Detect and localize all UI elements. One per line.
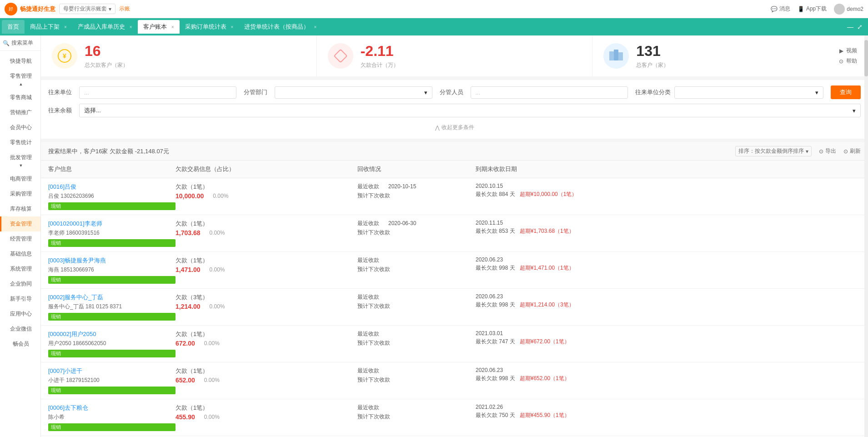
help-btn[interactable]: ⊙ 帮助: [839, 57, 857, 65]
table-container: 客户信息 欠款交易信息（占比） 回收情况 到期未收款日期 [0016]吕俊 吕俊…: [41, 161, 868, 437]
overdue-info-4: 2020.06.23 最长欠款 998 天 超期¥1,214.00（3笔）: [476, 293, 861, 309]
sidebar-item-retail-stats-label: 零售统计: [10, 139, 32, 146]
view-video-btn[interactable]: ▶ 视频: [839, 47, 857, 55]
customer-name-3[interactable]: [0003]畅捷服务尹海燕: [48, 256, 176, 265]
sidebar-item-enterprise-wx-label: 企业微信: [10, 325, 32, 333]
customer-name-7[interactable]: [0006]去下粮仓: [48, 404, 176, 412]
sidebar-item-basic[interactable]: 基础信息: [0, 246, 40, 261]
chevron-up-icon: ⋀: [435, 125, 440, 131]
overdue-link-1[interactable]: 超期¥10,000.00（1笔）: [520, 191, 577, 197]
message-icon: 💬: [771, 6, 778, 12]
debt-info-3: 欠款（1笔） 1,471.00 0.00%: [176, 256, 357, 273]
tab-products-off[interactable]: 商品上下架 ×: [25, 20, 72, 34]
tab-products-off-close[interactable]: ×: [64, 25, 67, 30]
overdue-link-2[interactable]: 超期¥1,703.68（1笔）: [520, 228, 574, 234]
overdue-link-5[interactable]: 超期¥672.00（1笔）: [520, 338, 570, 345]
app-download-btn[interactable]: 📱 App下载: [798, 5, 827, 13]
sidebar-item-retail-mall[interactable]: 零售商城: [0, 90, 40, 105]
sidebar-item-capital[interactable]: 资金管理: [0, 216, 40, 231]
customer-name-1[interactable]: [0016]吕俊: [48, 183, 176, 191]
overdue-info-5: 2021.03.01 最长欠款 747 天 超期¥672.00（1笔）: [476, 330, 861, 346]
debt-percent-7: 0.00%: [204, 414, 220, 420]
category-select[interactable]: ▾: [674, 86, 823, 99]
maximize-icon[interactable]: ⤢: [857, 23, 863, 30]
tab-purchase-order[interactable]: 采购订单统计表 ×: [180, 20, 239, 34]
overdue-link-6[interactable]: 超期¥652.00（1笔）: [520, 375, 570, 382]
debt-amount-4: 1,214.00: [176, 303, 201, 310]
balance-select[interactable]: 选择... ▾: [79, 104, 861, 117]
help-icon: ⊙: [839, 58, 843, 65]
sidebar-item-ecommerce[interactable]: 电商管理: [0, 171, 40, 186]
sidebar-item-retail-mgmt[interactable]: 零售管理 ▲: [0, 69, 40, 90]
person-input[interactable]: ...: [471, 86, 628, 99]
sidebar-item-enterprise[interactable]: 企业协同: [0, 276, 40, 291]
user-area[interactable]: demo2: [834, 4, 863, 15]
store-selector[interactable]: 母婴行业演示账套 ▾: [59, 4, 115, 14]
refresh-btn[interactable]: ⊙ 刷新: [843, 147, 861, 155]
sort-select[interactable]: 排序：按欠款金额倒序排序 ▾: [735, 146, 812, 156]
scrollbar-thumb[interactable]: [864, 40, 868, 76]
last-collect-label-6: 最近收款: [357, 367, 476, 375]
sidebar-item-retail-mgmt-label: 零售管理: [10, 72, 32, 80]
tab-home[interactable]: 首页: [2, 20, 25, 34]
chevron-down-icon: ▾: [806, 148, 808, 155]
sidebar-item-enterprise-wx[interactable]: 企业微信: [0, 321, 40, 337]
sidebar-item-member[interactable]: 会员中心: [0, 120, 40, 135]
tab-purchase-order-close[interactable]: ×: [231, 25, 234, 30]
customer-name-5[interactable]: [000002]用户2050: [48, 330, 176, 338]
search-button[interactable]: 查询: [831, 85, 861, 99]
svg-rect-3: [609, 51, 614, 60]
customer-phone-5: 用户2050 18665062050: [48, 340, 176, 347]
sidebar-item-vip[interactable]: 畅会员: [0, 337, 40, 352]
debt-amount-6: 652.00: [176, 377, 195, 384]
svg-text:¥: ¥: [63, 52, 66, 60]
tab-purchase-stats[interactable]: 进货单统计表（按商品） ×: [239, 20, 322, 34]
sidebar-item-capital-label: 资金管理: [10, 220, 32, 228]
customer-name-2[interactable]: [0001020001]李老师: [48, 220, 176, 228]
sidebar-item-purchase[interactable]: 采购管理: [0, 186, 40, 201]
tab-bar: 首页 商品上下架 × 产成品入库单历史 × 客户账本 × 采购订单统计表 × 进…: [0, 18, 868, 35]
supplier-placeholder: ...: [84, 89, 89, 96]
stat-icon-total: [603, 43, 629, 69]
message-btn[interactable]: 💬 消息: [771, 5, 790, 13]
sidebar-item-quick-nav[interactable]: 快捷导航: [0, 54, 40, 69]
tab-product-history-close[interactable]: ×: [130, 25, 132, 30]
sidebar-item-system[interactable]: 系统管理: [0, 261, 40, 276]
collapse-button[interactable]: ⋀ 收起更多条件: [435, 124, 474, 131]
tab-purchase-stats-close[interactable]: ×: [314, 25, 316, 30]
debt-amount-5: 672.00: [176, 340, 195, 347]
sidebar-item-marketing[interactable]: 营销推广: [0, 105, 40, 120]
filter-balance-label: 往来余额: [48, 106, 75, 115]
stat-value-debt: -2.11: [361, 43, 399, 60]
overdue-days-2: 最长欠款 853 天 超期¥1,703.68（1笔）: [476, 227, 861, 235]
nav-link[interactable]: 示账: [119, 5, 130, 13]
customer-name-4[interactable]: [0002]服务中心_丁磊: [48, 293, 176, 301]
export-btn[interactable]: ⊙ 导出: [819, 147, 836, 155]
stat-card-customers: ¥ 16 总欠款客户（家）: [41, 35, 317, 76]
sidebar-item-retail-stats[interactable]: 零售统计: [0, 135, 40, 150]
sidebar-item-inventory[interactable]: 库存核算: [0, 201, 40, 216]
sidebar-item-batch-mgmt[interactable]: 批发管理 ▼: [0, 150, 40, 171]
tab-customer-account[interactable]: 客户账本 ×: [138, 20, 180, 34]
overdue-link-7[interactable]: 超期¥455.90（1笔）: [520, 412, 570, 418]
sidebar: 🔍 搜索菜单 快捷导航 零售管理 ▲ 零售商城 营销推广 会员中心 零售统计: [0, 35, 41, 437]
minimize-icon[interactable]: —: [847, 23, 853, 30]
sidebar-item-retail-mall-label: 零售商城: [10, 94, 32, 101]
dept-select[interactable]: ▾: [275, 86, 432, 99]
customer-tag-1: 现销: [48, 202, 176, 210]
sidebar-item-guide[interactable]: 新手引导: [0, 291, 40, 306]
sidebar-item-ops[interactable]: 经营管理: [0, 231, 40, 246]
overdue-link-3[interactable]: 超期¥1,471.00（1笔）: [520, 265, 574, 271]
next-collect-6: 预计下次收款: [357, 376, 476, 384]
person-placeholder: ...: [476, 89, 481, 96]
tab-customer-account-close[interactable]: ×: [171, 25, 174, 30]
overdue-info-6: 2020.06.23 最长欠款 998 天 超期¥652.00（1笔）: [476, 367, 861, 382]
supplier-input[interactable]: ...: [79, 86, 236, 99]
scrollbar-track[interactable]: [864, 35, 868, 437]
debt-count-2: 欠款（1笔）: [176, 220, 357, 228]
sidebar-search[interactable]: 🔍 搜索菜单: [0, 35, 40, 51]
overdue-link-4[interactable]: 超期¥1,214.00（3笔）: [520, 301, 574, 308]
tab-product-history[interactable]: 产成品入库单历史 ×: [72, 20, 138, 34]
sidebar-item-app-center[interactable]: 应用中心: [0, 306, 40, 321]
customer-name-6[interactable]: [0007]小进干: [48, 367, 176, 375]
